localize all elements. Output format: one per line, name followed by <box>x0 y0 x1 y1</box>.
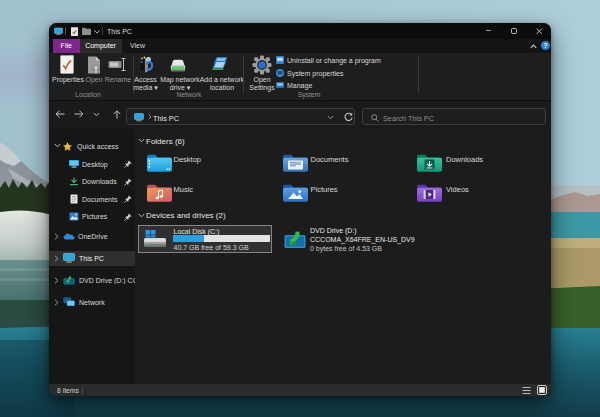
svg-text:?: ? <box>544 42 548 49</box>
